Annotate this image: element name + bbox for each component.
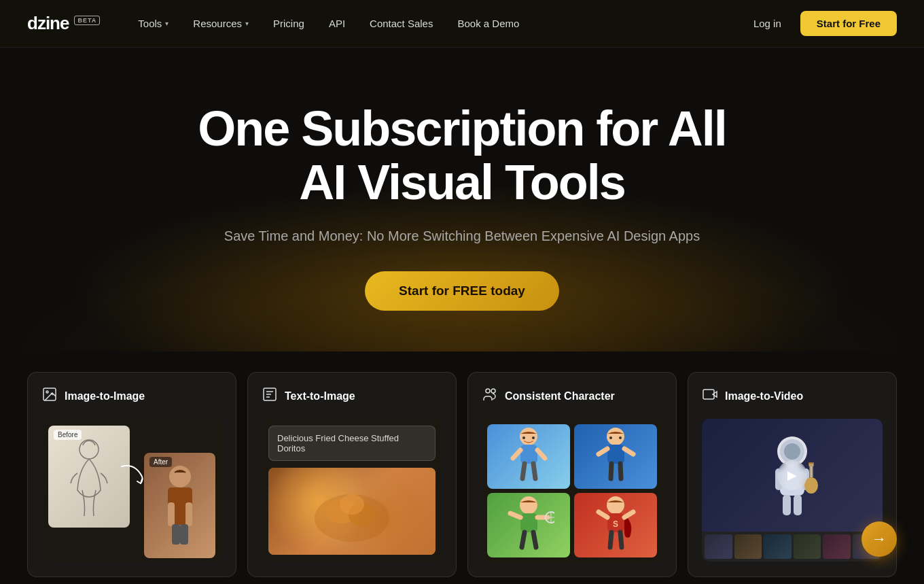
svg-rect-7 [172, 524, 180, 545]
card-header: Text-to-Image [262, 386, 442, 407]
svg-point-1 [46, 391, 48, 393]
svg-rect-55 [783, 495, 791, 515]
nav-tools[interactable]: Tools ▾ [127, 12, 179, 35]
card-body: ▶ [702, 419, 883, 562]
image-to-image-icon [41, 386, 58, 407]
chevron-down-icon: ▾ [245, 20, 249, 27]
svg-point-13 [340, 494, 364, 515]
svg-rect-25 [607, 445, 624, 464]
svg-point-14 [486, 389, 490, 393]
video-thumb [794, 534, 821, 559]
card-header: Image-to-Video [702, 386, 883, 407]
nav-links: Tools ▾ Resources ▾ Pricing API Contact … [127, 12, 530, 35]
image-to-video-icon [702, 386, 718, 407]
character-cell-2 [574, 424, 657, 489]
video-thumb [734, 534, 762, 559]
svg-line-34 [510, 513, 520, 517]
svg-point-3 [169, 466, 191, 487]
nav-left: dzine BETA Tools ▾ Resources ▾ Pricing A… [27, 12, 530, 35]
nav-book-demo[interactable]: Book a Demo [446, 12, 530, 35]
cards-section: Image-to-Image Before [0, 351, 924, 584]
svg-line-39 [522, 532, 525, 547]
character-cell-1 [487, 424, 570, 489]
login-button[interactable]: Log in [745, 12, 789, 35]
card-image-to-image[interactable]: Image-to-Image Before [27, 372, 236, 577]
svg-line-44 [599, 512, 607, 517]
chevron-down-icon: ▾ [165, 20, 168, 27]
svg-rect-17 [520, 445, 537, 464]
svg-rect-56 [794, 495, 802, 515]
card-body: Delicious Fried Cheese Stuffed Doritos [262, 419, 442, 562]
svg-rect-6 [185, 502, 192, 526]
logo[interactable]: dzine BETA [27, 13, 100, 34]
svg-line-20 [522, 464, 525, 479]
svg-point-51 [784, 443, 800, 460]
svg-point-31 [619, 436, 622, 439]
card-title: Image-to-Video [725, 390, 803, 402]
after-image: After [144, 453, 215, 558]
svg-line-28 [611, 464, 611, 479]
nav-resources[interactable]: Resources ▾ [182, 12, 260, 35]
hero-subtitle: Save Time and Money: No More Switching B… [27, 228, 897, 244]
after-label: After [149, 457, 172, 467]
svg-line-19 [537, 450, 545, 458]
cards-grid: Image-to-Image Before [27, 372, 897, 577]
start-free-button[interactable]: Start for Free [800, 11, 897, 36]
hero-title: One Subscription for All AI Visual Tools [27, 102, 897, 209]
card-body: Before [41, 419, 222, 562]
card-text-to-image[interactable]: Text-to-Image Delicious Fried Cheese Stu… [247, 372, 457, 577]
beta-badge: BETA [74, 16, 100, 25]
svg-point-2 [79, 440, 99, 459]
video-thumb [823, 534, 851, 559]
navbar: dzine BETA Tools ▾ Resources ▾ Pricing A… [0, 0, 924, 48]
nav-pricing[interactable]: Pricing [262, 12, 315, 35]
svg-point-15 [491, 389, 495, 393]
svg-rect-33 [520, 513, 537, 532]
svg-line-40 [533, 532, 536, 547]
svg-line-47 [620, 532, 622, 547]
svg-line-46 [610, 532, 611, 547]
consistent-character-icon [482, 386, 498, 407]
svg-line-29 [620, 464, 621, 479]
hero-cta-button[interactable]: Start for FREE today [365, 271, 559, 311]
svg-point-23 [532, 436, 535, 439]
scroll-next-button[interactable]: → [861, 521, 897, 557]
text-to-image-icon [262, 386, 278, 407]
card-title: Text-to-Image [285, 390, 355, 402]
video-thumb [705, 534, 732, 559]
card-title: Image-to-Image [65, 390, 145, 402]
svg-line-45 [624, 512, 633, 517]
svg-text:S: S [613, 519, 618, 529]
svg-line-26 [599, 449, 607, 454]
nav-api[interactable]: API [318, 12, 356, 35]
svg-point-41 [607, 496, 624, 514]
svg-point-30 [609, 436, 612, 439]
svg-point-22 [522, 436, 525, 439]
card-body: S [482, 419, 662, 563]
txt2img-result [268, 468, 436, 555]
svg-point-24 [607, 428, 624, 445]
nav-right: Log in Start for Free [745, 11, 897, 36]
character-cell-3 [487, 493, 570, 557]
card-title: Consistent Character [505, 390, 615, 402]
card-consistent-character[interactable]: Consistent Character [467, 372, 677, 577]
logo-text: dzine [27, 13, 69, 34]
txt2img-prompt: Delicious Fried Cheese Stuffed Doritos [268, 426, 436, 461]
svg-line-18 [513, 450, 520, 458]
card-header: Image-to-Image [41, 386, 222, 407]
video-thumb [764, 534, 792, 559]
character-cell-4: S [574, 493, 657, 557]
svg-line-27 [624, 449, 633, 454]
video-main: ▶ [702, 419, 883, 532]
svg-rect-5 [168, 502, 175, 526]
nav-contact-sales[interactable]: Contact Sales [359, 12, 444, 35]
img2img-preview: Before [41, 419, 222, 562]
svg-point-57 [804, 477, 818, 494]
video-timeline [702, 532, 883, 562]
svg-rect-8 [180, 524, 188, 545]
card-header: Consistent Character [482, 386, 662, 407]
svg-point-32 [520, 496, 537, 514]
hero-section: One Subscription for All AI Visual Tools… [0, 48, 924, 351]
svg-line-21 [533, 464, 535, 479]
